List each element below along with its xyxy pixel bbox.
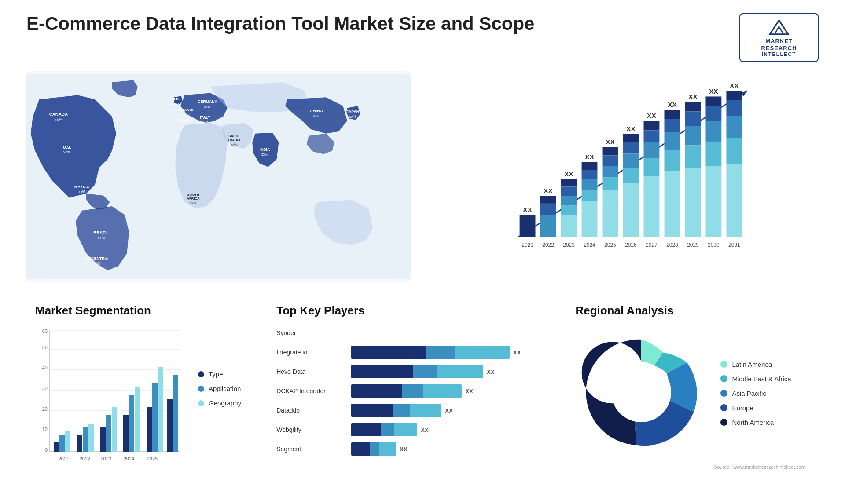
svg-text:2028: 2028 xyxy=(666,242,678,248)
svg-rect-145 xyxy=(173,375,178,452)
svg-text:FRANCE: FRANCE xyxy=(179,108,195,112)
header: E-Commerce Data Integration Tool Market … xyxy=(26,13,819,62)
svg-rect-49 xyxy=(561,215,577,237)
svg-rect-138 xyxy=(135,387,140,452)
svg-rect-132 xyxy=(100,427,106,452)
svg-rect-59 xyxy=(602,147,618,156)
svg-text:xx%: xx% xyxy=(55,117,62,122)
dot-asia-pacific xyxy=(720,390,727,397)
svg-text:XX: XX xyxy=(544,187,553,194)
svg-text:10: 10 xyxy=(42,427,48,432)
svg-rect-73 xyxy=(643,121,659,130)
svg-text:2021: 2021 xyxy=(59,456,69,461)
top-section: CANADA xx% U.S. xx% MEXICO xx% BRAZIL xx… xyxy=(26,71,819,282)
segmentation-title: Market Segmentation xyxy=(35,304,241,318)
page-title: E-Commerce Data Integration Tool Market … xyxy=(26,13,739,34)
svg-text:xx%: xx% xyxy=(202,121,209,124)
player-row-synder: Synder xyxy=(276,326,540,340)
svg-rect-54 xyxy=(581,179,597,191)
svg-text:XX: XX xyxy=(626,125,636,132)
label-north-america: North America xyxy=(732,419,774,426)
svg-rect-76 xyxy=(643,158,659,176)
player-row-integrate: Integrate.io XX xyxy=(276,346,540,359)
svg-text:XX: XX xyxy=(606,138,615,146)
svg-rect-95 xyxy=(705,106,721,121)
svg-rect-47 xyxy=(561,196,577,205)
svg-text:GERMANY: GERMANY xyxy=(198,99,217,104)
svg-rect-83 xyxy=(664,150,680,171)
svg-text:XX: XX xyxy=(688,93,698,101)
svg-rect-60 xyxy=(602,156,618,166)
svg-rect-140 xyxy=(147,407,152,452)
label-europe: Europe xyxy=(732,404,753,412)
regional-section: Regional Analysis xyxy=(566,299,819,504)
player-bar-webgility: XX xyxy=(351,423,540,436)
player-bar-label-segment: XX xyxy=(400,446,407,453)
svg-rect-56 xyxy=(581,202,597,237)
svg-rect-125 xyxy=(59,435,65,452)
map-section: CANADA xx% U.S. xx% MEXICO xx% BRAZIL xx… xyxy=(26,71,411,282)
svg-rect-88 xyxy=(685,112,701,126)
svg-rect-53 xyxy=(581,170,597,179)
player-name-hevo: Hevo Data xyxy=(276,368,347,375)
player-bar-label-dckap: XX xyxy=(465,388,473,394)
svg-text:2024: 2024 xyxy=(124,456,134,461)
legend-label-type: Type xyxy=(209,370,223,378)
svg-rect-129 xyxy=(83,427,88,452)
player-name-segment: Segment xyxy=(276,446,347,453)
player-bar-integrate: XX xyxy=(351,346,540,359)
label-asia-pacific: Asia Pacific xyxy=(732,390,766,397)
svg-rect-142 xyxy=(158,367,163,452)
legend-north-america: North America xyxy=(720,419,791,426)
donut-chart-wrap xyxy=(575,326,707,460)
player-name-webgility: Webgility xyxy=(276,426,347,433)
svg-rect-69 xyxy=(623,168,639,183)
player-row-hevo: Hevo Data XX xyxy=(276,365,540,378)
bar-seg-3 xyxy=(455,346,510,359)
player-name-dataddo: Dataddo xyxy=(276,407,347,414)
segmentation-chart-svg: 0 10 20 30 40 50 60 xyxy=(35,326,185,471)
svg-rect-101 xyxy=(726,91,742,100)
svg-point-146 xyxy=(611,362,671,422)
legend-asia-pacific: Asia Pacific xyxy=(720,390,791,397)
svg-text:U.K.: U.K. xyxy=(172,97,180,101)
svg-text:XX: XX xyxy=(523,206,532,213)
bottom-section: Market Segmentation 0 10 20 30 40 50 60 xyxy=(26,299,819,504)
svg-text:U.S.: U.S. xyxy=(63,145,71,150)
svg-text:2025: 2025 xyxy=(147,456,158,461)
bar-chart-section: XX 2021 XX 2022 XX 2023 xyxy=(429,71,819,282)
svg-rect-84 xyxy=(664,171,680,237)
legend-label-geography: Geography xyxy=(209,399,241,407)
player-bar-dckap: XX xyxy=(351,384,540,398)
svg-rect-81 xyxy=(664,119,680,132)
svg-rect-80 xyxy=(664,110,680,119)
svg-rect-102 xyxy=(726,100,742,116)
svg-text:xx%: xx% xyxy=(313,114,320,118)
svg-rect-124 xyxy=(54,442,59,452)
svg-rect-62 xyxy=(602,177,618,190)
svg-rect-48 xyxy=(561,205,577,215)
svg-text:SPAIN: SPAIN xyxy=(178,118,190,123)
svg-text:2027: 2027 xyxy=(646,242,658,248)
player-bar-hevo: XX xyxy=(351,365,540,378)
svg-text:xx%: xx% xyxy=(63,150,71,155)
label-latin-america: Latin America xyxy=(732,361,772,368)
label-middle-east: Middle East & Africa xyxy=(732,375,791,383)
player-bar-synder xyxy=(351,326,540,340)
svg-rect-128 xyxy=(77,435,82,452)
svg-rect-97 xyxy=(705,142,721,166)
donut-area: Latin America Middle East & Africa Asia … xyxy=(575,326,810,460)
svg-text:60: 60 xyxy=(42,329,48,334)
svg-text:xx%: xx% xyxy=(349,114,356,119)
svg-rect-74 xyxy=(643,131,659,142)
svg-text:ITALY: ITALY xyxy=(200,115,210,120)
svg-rect-133 xyxy=(106,415,111,452)
svg-rect-98 xyxy=(705,166,721,237)
svg-rect-94 xyxy=(705,97,721,106)
svg-rect-96 xyxy=(705,121,721,142)
svg-rect-126 xyxy=(65,431,70,452)
player-row-webgility: Webgility XX xyxy=(276,423,540,436)
svg-text:MEXICO: MEXICO xyxy=(74,185,90,189)
player-bar-label-dataddo: XX xyxy=(445,407,452,414)
svg-rect-42 xyxy=(540,215,556,237)
